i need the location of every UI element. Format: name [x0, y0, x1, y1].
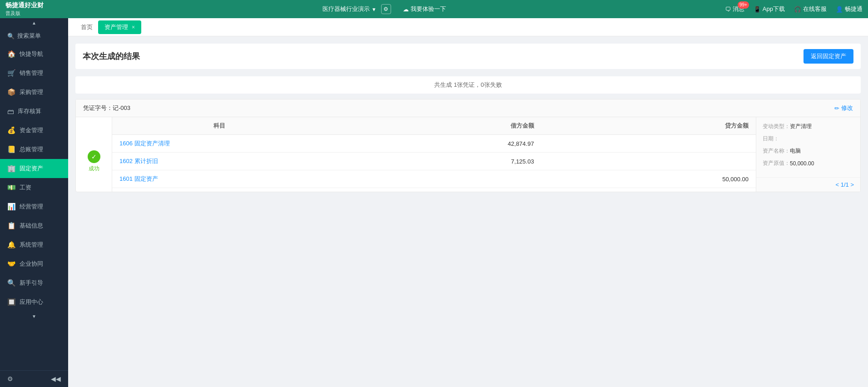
status-column: ✓ 成功 [76, 117, 112, 192]
tab-asset-management[interactable]: 资产管理 × [98, 20, 141, 34]
col-header-subject: 科目 [112, 117, 327, 135]
sidebar-item-purchase[interactable]: 📦 采购管理 [0, 83, 68, 102]
page-title: 本次生成的结果 [83, 51, 140, 62]
sidebar-collapse-btn[interactable]: ◀◀ [51, 375, 61, 382]
inventory-icon: 🗃 [7, 108, 14, 115]
table-cell-subject-1: 1602 累计折旧 [112, 153, 327, 170]
right-panel-change-type: 变动类型： 资产清理 [763, 123, 854, 130]
app-center-icon: 🔲 [7, 298, 16, 306]
change-type-value: 资产清理 [790, 123, 812, 130]
table-cell-subject-0: 1606 固定资产清理 [112, 135, 327, 153]
page-content: 本次生成的结果 返回固定资产 共生成 1张凭证，0张失败 凭证字号：记-003 … [68, 36, 868, 387]
table-main: 科目 借方金额 贷方金额 1606 固定资产清理 [112, 117, 756, 192]
app-download-btn[interactable]: 📱 App下载 [754, 5, 785, 13]
original-value-label: 资产原值： [763, 159, 790, 167]
company-name: 医疗器械行业演示 [322, 5, 370, 13]
guide-icon: 🔍 [7, 279, 16, 287]
settings-icon[interactable]: ⚙ [381, 4, 391, 14]
voucher-no: 凭证字号：记-003 [83, 104, 130, 112]
sidebar-item-system[interactable]: 🔔 系统管理 [0, 235, 68, 254]
tab-home[interactable]: 首页 [75, 23, 98, 31]
payroll-icon: 💵 [7, 184, 16, 192]
right-panel-content: 变动类型： 资产清理 日期： 资产名称： 电脑 [756, 117, 860, 177]
table-body-area: ✓ 成功 科目 借方金额 贷方金额 [76, 117, 860, 192]
sidebar-item-company-collab[interactable]: 🤝 企业协同 [0, 254, 68, 273]
table-row: 1601 固定资产 50,000.00 [112, 170, 756, 188]
subject-link-1[interactable]: 1602 累计折旧 [119, 158, 158, 164]
return-btn[interactable]: 返回固定资产 [804, 49, 853, 64]
right-panel-date: 日期： [763, 135, 854, 143]
fixed-assets-icon: 🏢 [7, 164, 16, 173]
original-value-value: 50,000.00 [790, 160, 814, 167]
page-header: 本次生成的结果 返回固定资产 [75, 44, 861, 69]
ledger-icon: 📒 [7, 145, 16, 154]
user-menu-btn[interactable]: 👤 畅捷通 [836, 5, 863, 13]
main-layout: ▲ 🔍 搜索菜单 🏠 快捷导航 🛒 销售管理 📦 采购管理 🗃 库存核算 [0, 18, 868, 387]
voucher-header: 凭证字号：记-003 ✏ 修改 [76, 99, 860, 117]
success-icon: ✓ [88, 150, 100, 163]
phone-icon: 📱 [754, 6, 761, 13]
sidebar-item-ledger[interactable]: 📒 总账管理 [0, 140, 68, 159]
sidebar-item-search[interactable]: 🔍 搜索菜单 [0, 27, 68, 45]
sidebar-item-inventory[interactable]: 🗃 库存核算 [0, 102, 68, 121]
content-area: 首页 资产管理 × 本次生成的结果 返回固定资产 共生成 1张凭证，0张失败 凭… [68, 18, 868, 387]
col-header-credit: 贷方金额 [541, 117, 756, 135]
tab-close-icon[interactable]: × [132, 24, 135, 30]
col-header-debit: 借方金额 [327, 117, 541, 135]
purchase-icon: 📦 [7, 88, 16, 96]
sidebar-item-sales[interactable]: 🛒 销售管理 [0, 64, 68, 83]
experience-btn[interactable]: ☁ 我要体验一下 [403, 5, 446, 13]
asset-name-label: 资产名称： [763, 147, 790, 155]
online-support-btn[interactable]: 🎧 在线客服 [794, 5, 827, 13]
home-icon: 🏠 [7, 50, 16, 58]
success-text: 成功 [89, 165, 99, 173]
table-cell-debit-0: 42,874.97 [327, 135, 541, 153]
asset-name-value: 电脑 [790, 147, 801, 155]
scroll-up-arrow[interactable]: ▲ [0, 18, 68, 27]
sidebar-settings-btn[interactable]: ⚙ [7, 375, 13, 382]
right-panel-asset-name: 资产名称： 电脑 [763, 147, 854, 155]
sidebar-item-guide[interactable]: 🔍 新手引导 [0, 273, 68, 293]
message-icon: 🗨 [725, 6, 731, 13]
headset-icon: 🎧 [794, 6, 801, 13]
right-panel-pagination[interactable]: < 1/1 > [756, 177, 860, 192]
next-page-icon[interactable]: > [850, 181, 854, 188]
header-actions: 🗨 消息 99+ 📱 App下载 🎧 在线客服 👤 畅捷通 [725, 5, 863, 13]
subject-link-0[interactable]: 1606 固定资产清理 [119, 140, 170, 147]
table-card: 凭证字号：记-003 ✏ 修改 ✓ 成功 [75, 99, 861, 192]
sidebar-item-payroll[interactable]: 💵 工资 [0, 178, 68, 197]
table-cell-debit-2 [327, 170, 541, 188]
data-table: 科目 借方金额 贷方金额 1606 固定资产清理 [112, 117, 756, 188]
avatar-icon: 👤 [836, 6, 843, 13]
summary-text: 共生成 1张凭证，0张失败 [434, 81, 501, 88]
notifications-btn[interactable]: 🗨 消息 99+ [725, 5, 744, 13]
scroll-down-arrow[interactable]: ▼ [0, 312, 68, 321]
basic-info-icon: 📋 [7, 222, 16, 230]
sidebar-item-fixed-assets[interactable]: 🏢 固定资产 [0, 159, 68, 178]
finance-icon: 💰 [7, 126, 16, 134]
table-row: 1602 累计折旧 7,125.03 [112, 153, 756, 170]
tab-bar: 首页 资产管理 × [68, 18, 868, 36]
management-icon: 📊 [7, 203, 16, 211]
search-icon: 🔍 [7, 33, 15, 40]
sidebar-item-management[interactable]: 📊 经营管理 [0, 197, 68, 216]
sidebar-item-basic-info[interactable]: 📋 基础信息 [0, 216, 68, 235]
right-panel-original-value: 资产原值： 50,000.00 [763, 159, 854, 167]
sidebar-item-finance[interactable]: 💰 资金管理 [0, 121, 68, 140]
notification-badge: 99+ [738, 1, 749, 9]
table-cell-credit-1 [541, 153, 756, 170]
sidebar-item-quick-nav[interactable]: 🏠 快捷导航 [0, 45, 68, 64]
date-label: 日期： [763, 135, 790, 143]
logo: 畅捷通好业财 普及版 [5, 1, 44, 17]
company-selector: 医疗器械行业演示 ▾ ⚙ ☁ 我要体验一下 [322, 4, 446, 14]
subject-link-2[interactable]: 1601 固定资产 [119, 175, 158, 182]
table-cell-debit-1: 7,125.03 [327, 153, 541, 170]
table-cell-credit-2: 50,000.00 [541, 170, 756, 188]
company-dropdown-icon[interactable]: ▾ [372, 6, 376, 13]
sidebar-item-app-center[interactable]: 🔲 应用中心 [0, 293, 68, 312]
table-cell-subject-2: 1601 固定资产 [112, 170, 327, 188]
edit-btn[interactable]: ✏ 修改 [834, 104, 853, 112]
top-header: 畅捷通好业财 普及版 医疗器械行业演示 ▾ ⚙ ☁ 我要体验一下 🗨 消息 99… [0, 0, 868, 18]
sales-icon: 🛒 [7, 69, 16, 77]
prev-page-icon[interactable]: < [836, 181, 839, 188]
